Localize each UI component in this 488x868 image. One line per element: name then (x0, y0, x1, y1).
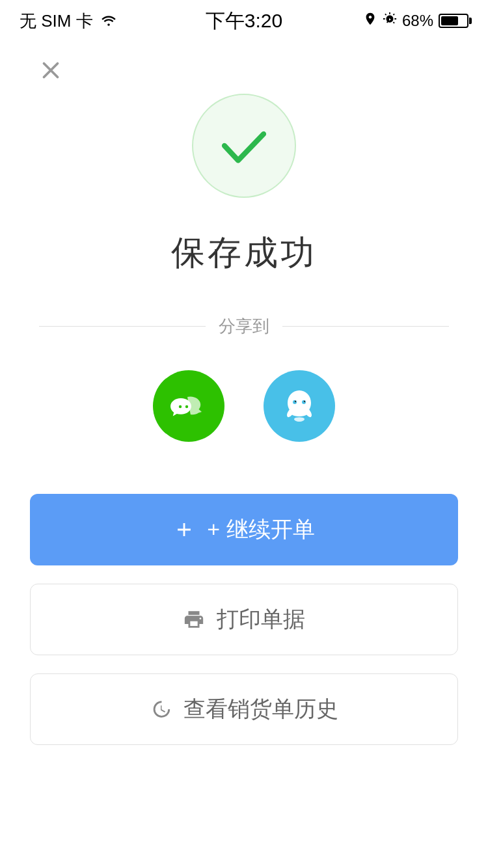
success-title: 保存成功 (171, 230, 317, 276)
clock-icon (150, 698, 172, 720)
status-left: 无 SIM 卡 (20, 10, 118, 33)
qq-share-button[interactable] (264, 370, 335, 442)
checkmark-icon (215, 116, 273, 175)
print-label: 打印单据 (217, 604, 305, 634)
carrier-text: 无 SIM 卡 (20, 10, 93, 33)
alarm-icon (383, 12, 397, 30)
plus-icon (173, 519, 195, 541)
action-buttons: + 继续开单 打印单据 查看销货单历史 (0, 494, 488, 745)
status-bar: 无 SIM 卡 下午3:20 68% (0, 0, 488, 42)
history-label: 查看销货单历史 (183, 694, 338, 724)
continue-button[interactable]: + 继续开单 (30, 494, 458, 565)
svg-point-3 (293, 400, 297, 404)
qq-icon (278, 385, 320, 427)
share-divider: 分享到 (0, 315, 488, 338)
battery-percent: 68% (402, 12, 433, 30)
svg-point-2 (185, 405, 188, 408)
divider-line-left (39, 326, 206, 327)
location-icon (363, 12, 377, 30)
wifi-icon (100, 11, 118, 31)
svg-point-5 (295, 401, 296, 402)
history-button[interactable]: 查看销货单历史 (30, 673, 458, 745)
svg-point-4 (302, 400, 306, 404)
share-buttons (153, 370, 335, 442)
status-time: 下午3:20 (206, 8, 282, 34)
wechat-icon (168, 385, 210, 427)
share-label: 分享到 (219, 315, 269, 338)
battery-icon (439, 14, 468, 28)
continue-label: + 继续开单 (207, 515, 314, 545)
print-button[interactable]: 打印单据 (30, 584, 458, 655)
main-content: 保存成功 分享到 (0, 42, 488, 745)
svg-point-1 (179, 405, 182, 408)
printer-icon (183, 608, 205, 631)
status-right: 68% (363, 12, 468, 30)
wechat-share-button[interactable] (153, 370, 224, 442)
close-button[interactable] (33, 52, 69, 88)
divider-line-right (282, 326, 449, 327)
success-icon-circle (192, 94, 296, 198)
svg-point-6 (304, 401, 305, 402)
